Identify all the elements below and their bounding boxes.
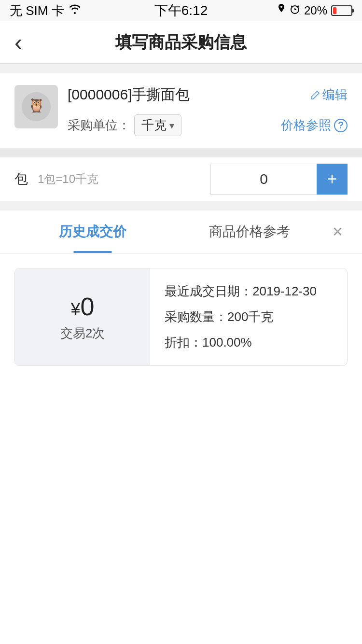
recent-date-row: 最近成交日期：2019-12-30 (165, 283, 333, 300)
tabs-panel: 历史成交价 商品价格参考 × (0, 210, 362, 253)
price-amount: ¥0 (71, 292, 95, 321)
purchase-qty-label: 采购数量： (165, 309, 227, 324)
info-icon: ? (334, 119, 348, 132)
unit-label: 采购单位： (68, 117, 130, 134)
price-currency: ¥ (71, 299, 81, 319)
price-section: ¥0 交易2次 最近成交日期：2019-12-30 采购数量：200千克 折扣：… (0, 253, 362, 380)
tabs-row: 历史成交价 商品价格参考 × (0, 210, 362, 253)
status-left: 无 SIM 卡 (10, 2, 82, 19)
quantity-plus-button[interactable]: + (317, 164, 348, 195)
tab-history-label: 历史成交价 (59, 223, 126, 241)
price-left: ¥0 交易2次 (15, 268, 150, 365)
tab-close-button[interactable]: × (328, 222, 348, 242)
discount-label: 折扣： (165, 335, 202, 350)
alarm-icon (290, 4, 300, 17)
purchase-qty-row: 采购数量：200千克 (165, 308, 333, 325)
recent-date-label: 最近成交日期： (165, 284, 252, 298)
quantity-input-wrap: + (210, 164, 348, 195)
battery-percent: 20% (304, 4, 327, 17)
price-card: ¥0 交易2次 最近成交日期：2019-12-30 采购数量：200千克 折扣：… (14, 268, 348, 366)
tab-history-price[interactable]: 历史成交价 (14, 210, 171, 253)
price-ref-label: 价格参照 (281, 117, 331, 134)
location-icon (277, 4, 286, 17)
battery-icon (331, 5, 352, 16)
price-transactions: 交易2次 (60, 325, 105, 342)
price-ref-button[interactable]: 价格参照 ? (281, 117, 348, 134)
nav-bar: ‹ 填写商品采购信息 (0, 21, 362, 64)
svg-text:🦉: 🦉 (28, 98, 45, 113)
discount-value: 100.00% (202, 335, 252, 350)
back-button[interactable]: ‹ (14, 29, 22, 56)
bottom-area (0, 380, 362, 644)
tab-underline (73, 251, 112, 253)
wifi-icon (68, 4, 82, 17)
product-image: 🦉 (14, 85, 58, 128)
status-right: 20% (277, 4, 352, 17)
tab-price-ref-label: 商品价格参考 (209, 223, 290, 241)
quantity-hint: 1包=10千克 (38, 171, 201, 187)
product-info: [0000006]手撕面包 编辑 采购单位： 千克 ▾ 价格参照 ? (68, 85, 348, 136)
status-time: 下午6:12 (154, 1, 208, 20)
product-name: [0000006]手撕面包 (68, 85, 190, 105)
product-top: 🦉 [0000006]手撕面包 编辑 采购单位： 千克 ▾ (14, 85, 348, 136)
carrier-text: 无 SIM 卡 (10, 2, 64, 19)
discount-row: 折扣：100.00% (165, 334, 333, 351)
unit-select[interactable]: 千克 ▾ (134, 114, 181, 136)
quantity-row: 包 1包=10千克 + (0, 157, 362, 201)
recent-date-value: 2019-12-30 (252, 284, 317, 298)
quantity-input[interactable] (210, 164, 317, 195)
quantity-unit-label: 包 (14, 170, 28, 188)
product-name-row: [0000006]手撕面包 编辑 (68, 85, 348, 105)
chevron-down-icon: ▾ (169, 120, 174, 131)
page-title: 填写商品采购信息 (115, 31, 247, 54)
price-right: 最近成交日期：2019-12-30 采购数量：200千克 折扣：100.00% (150, 268, 347, 365)
unit-value: 千克 (141, 117, 167, 134)
price-value: 0 (81, 293, 95, 321)
product-card: 🦉 [0000006]手撕面包 编辑 采购单位： 千克 ▾ (0, 73, 362, 148)
tab-price-ref[interactable]: 商品价格参考 (171, 210, 327, 253)
gray-divider (0, 148, 362, 157)
edit-button[interactable]: 编辑 (310, 86, 348, 103)
status-bar: 无 SIM 卡 下午6:12 20% (0, 0, 362, 21)
purchase-qty-value: 200千克 (227, 309, 273, 324)
product-unit-row: 采购单位： 千克 ▾ 价格参照 ? (68, 114, 348, 136)
